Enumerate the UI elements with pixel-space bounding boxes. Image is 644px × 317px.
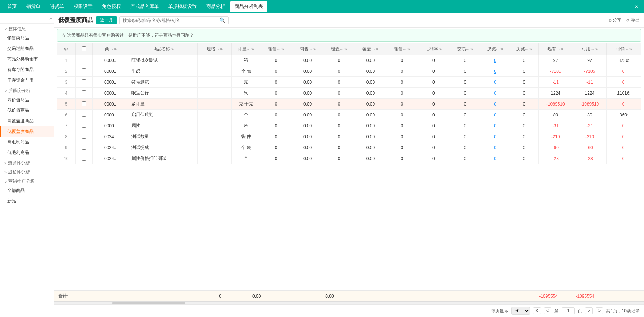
row-select-checkbox[interactable] bbox=[82, 58, 86, 62]
sidebar-section-quality[interactable]: 质群度分析 bbox=[0, 86, 54, 95]
row-name[interactable]: 属性 bbox=[129, 120, 197, 131]
row-checkbox[interactable] bbox=[76, 142, 93, 153]
sidebar-item-traded-goods[interactable]: 交易过的商品 bbox=[0, 43, 54, 54]
page-prev-button[interactable]: < bbox=[544, 307, 551, 314]
row-b1[interactable]: 0 bbox=[481, 55, 510, 66]
row-b1[interactable]: 0 bbox=[481, 99, 510, 110]
row-name[interactable]: 符号测试 bbox=[129, 77, 197, 88]
col-current[interactable]: 现有...⇅ bbox=[538, 43, 573, 55]
col-sales3[interactable]: 销售...⇅ bbox=[386, 43, 418, 55]
col-gross[interactable]: 毛利率⇅ bbox=[418, 43, 449, 55]
sidebar-item-all-goods[interactable]: 全部商品 bbox=[0, 185, 54, 196]
page-last-button[interactable]: > bbox=[596, 307, 603, 314]
row-select-checkbox[interactable] bbox=[82, 101, 86, 106]
row-b1[interactable]: 0 bbox=[481, 77, 510, 88]
sidebar-section-growth[interactable]: 成长性分析 bbox=[0, 167, 54, 176]
sidebar-item-high-coverage[interactable]: 高覆盖度商品 bbox=[0, 116, 54, 126]
export-button[interactable]: ↻ 导出 bbox=[626, 17, 640, 23]
page-input[interactable] bbox=[562, 307, 575, 314]
horizontal-scrollbar[interactable] bbox=[54, 301, 644, 304]
row-select-checkbox[interactable] bbox=[82, 123, 86, 128]
period-button[interactable]: 近一月 bbox=[96, 16, 117, 24]
col-settings[interactable]: ⚙ bbox=[57, 43, 76, 55]
nav-item-role[interactable]: 角色授权 bbox=[98, 1, 125, 12]
col-coverage2[interactable]: 覆盖...⇅ bbox=[355, 43, 386, 55]
row-b1[interactable]: 0 bbox=[481, 142, 510, 153]
row-name[interactable]: 旺辅批次测试 bbox=[129, 55, 197, 66]
row-name[interactable]: 牛奶 bbox=[129, 66, 197, 77]
col-available[interactable]: 可用...⇅ bbox=[573, 43, 607, 55]
row-checkbox[interactable] bbox=[76, 131, 93, 142]
row-select-checkbox[interactable] bbox=[82, 90, 86, 95]
row-name[interactable]: 启用保质期 bbox=[129, 110, 197, 120]
row-checkbox[interactable] bbox=[76, 66, 93, 77]
row-checkbox[interactable] bbox=[76, 153, 93, 164]
row-select-checkbox[interactable] bbox=[82, 68, 86, 73]
row-select-checkbox[interactable] bbox=[82, 156, 86, 161]
sort-icon-gross: ⇅ bbox=[439, 47, 442, 51]
row-checkbox[interactable] bbox=[76, 55, 93, 66]
row-b1[interactable]: 0 bbox=[481, 153, 510, 164]
select-all-checkbox[interactable] bbox=[82, 46, 86, 51]
row-b1[interactable]: 0 bbox=[481, 66, 510, 77]
per-page-select[interactable]: 50 100 200 bbox=[511, 307, 530, 315]
sidebar-item-with-stock[interactable]: 有库存的商品 bbox=[0, 64, 54, 75]
nav-item-product-entry[interactable]: 产成品入库单 bbox=[126, 1, 163, 12]
row-b1[interactable]: 0 bbox=[481, 88, 510, 99]
row-select-checkbox[interactable] bbox=[82, 112, 86, 117]
col-browse2[interactable]: 浏览...⇅ bbox=[510, 43, 538, 55]
sidebar-item-low-profit[interactable]: 低毛利商品 bbox=[0, 147, 54, 158]
row-b1[interactable]: 0 bbox=[481, 110, 510, 120]
sidebar-section-overall[interactable]: 整体信息 bbox=[0, 24, 54, 33]
col-unit[interactable]: 计量...⇅ bbox=[232, 43, 260, 55]
row-checkbox[interactable] bbox=[76, 88, 93, 99]
sidebar-item-low-value[interactable]: 低价值商品 bbox=[0, 105, 54, 116]
row-name[interactable]: 测试提成 bbox=[129, 142, 197, 153]
row-checkbox[interactable] bbox=[76, 77, 93, 88]
sidebar-item-low-coverage[interactable]: 低覆盖度商品 bbox=[0, 126, 54, 137]
sidebar-collapse-button[interactable]: « bbox=[49, 16, 52, 22]
col-code[interactable]: 商...⇅ bbox=[93, 43, 129, 55]
sidebar-item-sales-goods[interactable]: 销售类商品 bbox=[0, 33, 54, 43]
nav-item-analysis-list[interactable]: 商品分析列表 bbox=[230, 1, 267, 12]
row-name[interactable]: 测试数量 bbox=[129, 131, 197, 142]
col-trade[interactable]: 交易...⇅ bbox=[449, 43, 481, 55]
row-select-checkbox[interactable] bbox=[82, 134, 86, 139]
row-b1[interactable]: 0 bbox=[481, 120, 510, 131]
col-sales2[interactable]: 销售...⇅ bbox=[292, 43, 323, 55]
sidebar-item-high-profit[interactable]: 高毛利商品 bbox=[0, 137, 54, 147]
col-browse1[interactable]: 浏览...⇅ bbox=[481, 43, 510, 55]
nav-item-sales[interactable]: 销货单 bbox=[22, 1, 45, 12]
row-select-checkbox[interactable] bbox=[82, 145, 86, 150]
page-next-button[interactable]: > bbox=[585, 307, 593, 314]
row-name[interactable]: 属性价格打印测试 bbox=[129, 153, 197, 164]
nav-item-template[interactable]: 单据模板设置 bbox=[164, 1, 201, 12]
nav-item-analysis[interactable]: 商品分析 bbox=[202, 1, 229, 12]
row-select-checkbox[interactable] bbox=[82, 79, 86, 84]
col-sales1[interactable]: 销售...⇅ bbox=[260, 43, 292, 55]
col-checkbox[interactable] bbox=[76, 43, 93, 55]
col-spec[interactable]: 规格...⇅ bbox=[197, 43, 232, 55]
row-name[interactable]: 多计量 bbox=[129, 99, 197, 110]
row-checkbox[interactable] bbox=[76, 99, 93, 110]
sidebar-item-sales-rate[interactable]: 商品分类动销率 bbox=[0, 54, 54, 64]
sidebar-item-new-goods[interactable]: 新品 bbox=[0, 196, 54, 206]
page-first-button[interactable]: K bbox=[533, 307, 541, 314]
row-b1[interactable]: 0 bbox=[481, 131, 510, 142]
nav-item-permission[interactable]: 权限设置 bbox=[69, 1, 97, 12]
nav-item-home[interactable]: 首页 bbox=[3, 1, 21, 12]
sidebar-section-marketing[interactable]: 营销推广分析 bbox=[0, 176, 54, 185]
nav-item-purchase[interactable]: 进货单 bbox=[46, 1, 68, 12]
row-checkbox[interactable] bbox=[76, 120, 93, 131]
sidebar-item-stock-fund[interactable]: 库存资金占用 bbox=[0, 75, 54, 86]
sidebar-section-flow[interactable]: 流通性分析 bbox=[0, 158, 54, 167]
col-sellable[interactable]: 可销...⇅ bbox=[607, 43, 641, 55]
window-close-button[interactable]: × bbox=[632, 2, 641, 11]
search-input[interactable] bbox=[123, 18, 218, 23]
col-coverage1[interactable]: 覆盖...⇅ bbox=[323, 43, 355, 55]
col-name[interactable]: 商品名称⇅ bbox=[129, 43, 197, 55]
share-button[interactable]: ⎋ 分享 bbox=[609, 17, 621, 23]
sidebar-item-high-value[interactable]: 高价值商品 bbox=[0, 95, 54, 105]
row-checkbox[interactable] bbox=[76, 110, 93, 120]
row-name[interactable]: 眠宝公仔 bbox=[129, 88, 197, 99]
